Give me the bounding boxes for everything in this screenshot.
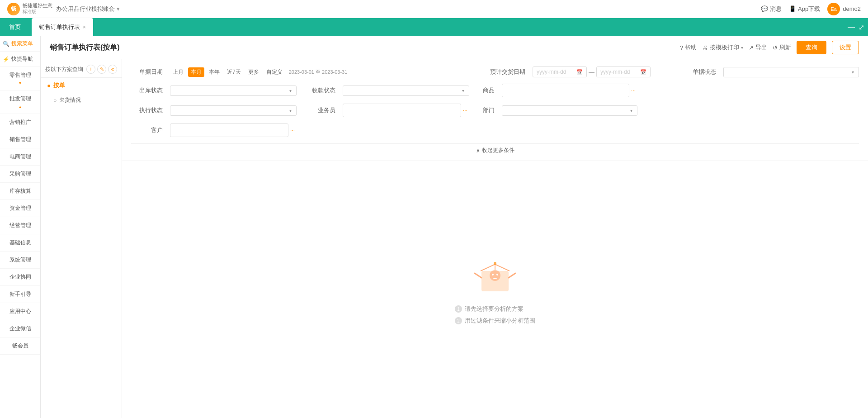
message-btn[interactable]: 💬 消息 [761,5,782,13]
collapse-up-icon: ∧ [476,147,480,154]
tabbar: 首页 销售订单执行表 × — ⤢ [0,18,868,36]
export-icon: ↗ [749,44,754,51]
logo-text-block: 畅捷通好生意 标准版 [23,3,52,15]
empty-step-1: 1 请先选择要分析的方案 [455,305,535,313]
minimize-icon[interactable]: — [848,23,855,31]
retail-arrow-icon: ▾ [19,81,21,86]
user-name: demo2 [843,5,861,12]
empty-steps-list: 1 请先选择要分析的方案 2 用过滤条件来缩小分析范围 [455,305,535,328]
date-tab-7days[interactable]: 近7天 [224,67,244,77]
print-icon: 🖨 [702,44,708,51]
expected-date-label: 预计交货日期 [485,68,525,76]
salesman-label: 业务员 [304,106,335,114]
sidebar-item-search[interactable]: 🔍 搜索菜单 [0,36,40,52]
date-tab-last-month[interactable]: 上月 [170,67,186,77]
salesman-control-wrap: ··· [343,104,469,117]
svg-point-1 [490,270,500,281]
tab-close-icon[interactable]: × [83,24,86,30]
page-title: 销售订单执行表(按单) [50,43,120,52]
calendar-end-icon: 📅 [640,69,646,75]
date-tab-custom[interactable]: 自定义 [264,67,285,77]
sidebar-item-member[interactable]: 畅会员 [0,337,40,355]
filter-row-4: 客户 ··· [131,124,859,137]
collapse-more-btn[interactable]: ∧ 收起更多条件 [131,143,859,157]
expected-date-end[interactable]: yyyy-mm-dd 📅 [596,66,651,77]
sidebar-item-collab[interactable]: 企业协同 [0,269,40,286]
sidebar-item-wholesale[interactable]: 批发管理 ▴ [0,90,40,114]
tab-sales-order[interactable]: 销售订单执行表 × [32,18,93,36]
export-btn[interactable]: ↗ 导出 [749,43,767,52]
empty-svg [472,251,518,296]
dept-select[interactable]: ▾ [502,105,637,116]
topbar-right: 💬 消息 📱 App下载 Ea demo2 [761,3,861,15]
sidebar-item-sales[interactable]: 销售管理 [0,131,40,148]
sidebar-item-quick-nav[interactable]: ⚡ 快捷导航 [0,52,40,67]
tab-home[interactable]: 首页 [0,18,30,36]
scheme-item-by-order[interactable]: ● 按单 [41,78,122,93]
sidebar-item-inventory[interactable]: 库存核算 [0,183,40,200]
page-header: 销售订单执行表(按单) ? 帮助 🖨 按模板打印 ▾ ↗ 导出 ↺ 刷新 [41,36,868,59]
left-panel-title: 按以下方案查询 [45,66,83,73]
logo-text: 畅捷通好生意 [23,3,52,9]
logo-icon: 畅 [7,3,20,15]
sidebar-item-management[interactable]: 经营管理 [0,217,40,234]
print-btn[interactable]: 🖨 按模板打印 ▾ [702,43,743,52]
filter-row-2: 出库状态 ▾ 收款状态 ▾ [131,84,859,97]
left-panel: 按以下方案查询 + ✎ « ● 按单 [41,59,122,418]
status-chevron-icon: ▾ [852,70,854,75]
sidebar-item-basic-info[interactable]: 基础信息 [0,234,40,252]
settings-button[interactable]: 设置 [832,41,859,54]
delivery-label: 出库状态 [131,86,163,95]
empty-illustration [472,251,518,296]
date-tab-this-month[interactable]: 本月 [188,67,204,77]
scheme-item-shortage[interactable]: ○ 欠货情况 [41,93,122,107]
app-title: 办公用品行业模拟账套 ▾ [56,5,120,13]
expected-date-start[interactable]: yyyy-mm-dd 📅 [533,66,587,77]
app-dropdown-icon[interactable]: ▾ [117,5,120,12]
empty-step-2: 2 用过滤条件来缩小分析范围 [455,317,535,325]
goods-more-btn[interactable]: ··· [629,87,637,94]
salesman-more-btn[interactable]: ··· [461,107,469,114]
payment-select[interactable]: ▾ [343,86,469,96]
sidebar-item-guide[interactable]: 新手引导 [0,286,40,303]
status-select[interactable]: ▾ [723,67,859,77]
calendar-start-icon: 📅 [576,69,583,75]
download-icon: 📱 [789,5,796,12]
sidebar-item-ecommerce[interactable]: 电商管理 [0,148,40,166]
collapse-panel-btn[interactable]: « [108,65,117,74]
payment-label: 收款状态 [304,86,335,95]
dept-chevron-icon: ▾ [630,108,632,113]
status-label: 单据状态 [684,68,716,76]
app-download-btn[interactable]: 📱 App下载 [789,5,820,13]
main-layout: 🔍 搜索菜单 ⚡ 快捷导航 零售管理 ▾ 批发管理 ▴ 营销推广 销售管理 电商… [0,36,868,418]
sidebar-item-marketing[interactable]: 营销推广 [0,114,40,131]
goods-input[interactable] [502,84,629,97]
sidebar-item-system[interactable]: 系统管理 [0,252,40,269]
query-button[interactable]: 查询 [797,41,826,54]
maximize-icon[interactable]: ⤢ [859,23,864,32]
sidebar-item-weixin[interactable]: 企业微信 [0,320,40,337]
svg-point-5 [494,262,496,265]
customer-more-btn[interactable]: ··· [288,127,297,133]
add-scheme-btn[interactable]: + [86,65,95,74]
filter-row-3: 执行状态 ▾ 业务员 ··· 部门 [131,104,859,117]
refresh-btn[interactable]: ↺ 刷新 [773,43,791,52]
user-area[interactable]: Ea demo2 [827,3,861,15]
execution-select[interactable]: ▾ [170,105,297,116]
customer-input[interactable] [170,124,288,137]
help-icon: ? [680,44,683,51]
left-panel-actions: + ✎ « [86,65,117,74]
nav-icon: ⚡ [3,56,9,62]
sidebar-item-finance[interactable]: 资金管理 [0,200,40,217]
date-tab-this-year[interactable]: 本年 [206,67,222,77]
delivery-select[interactable]: ▾ [170,86,297,96]
sidebar-item-apps[interactable]: 应用中心 [0,303,40,320]
sidebar-item-retail[interactable]: 零售管理 ▾ [0,67,40,90]
date-tab-more[interactable]: 更多 [245,67,262,77]
help-btn[interactable]: ? 帮助 [680,43,697,52]
sidebar-item-purchase[interactable]: 采购管理 [0,166,40,183]
salesman-input[interactable] [343,104,461,117]
execution-label: 执行状态 [131,106,163,114]
edit-scheme-btn[interactable]: ✎ [97,65,106,74]
date-separator: — [589,69,594,76]
